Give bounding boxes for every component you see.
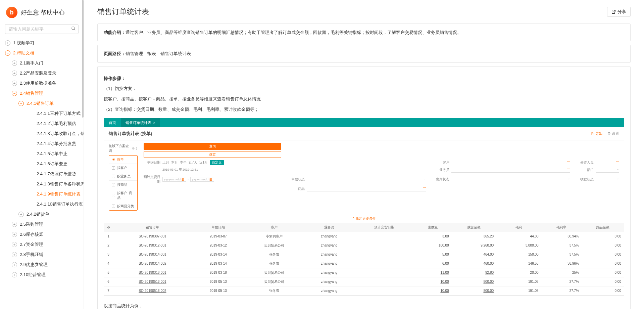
- nav-item[interactable]: +2.1新手入门: [3, 58, 80, 68]
- minus-icon: −: [18, 101, 24, 106]
- nav-item[interactable]: +2.7资金管理: [3, 239, 80, 250]
- ss-tab-home: 首页: [104, 118, 121, 127]
- path-label: 页面路径：: [104, 51, 126, 56]
- cell: 0.00: [582, 286, 624, 295]
- table-row: 5SO-20190318-0012019-03-18贝贝贸易公司zhangyan…: [104, 268, 624, 277]
- filter-out: 出库状态: [433, 177, 449, 182]
- cell: 800.00: [452, 286, 497, 295]
- nav-item[interactable]: −2.4.1销售订单: [3, 98, 80, 108]
- query-button: 查询: [144, 143, 281, 150]
- cell: SO-20190312-001: [113, 241, 192, 250]
- nav-item[interactable]: +1.视频学习: [3, 38, 80, 48]
- scheme-item: ◉按单: [109, 156, 137, 164]
- plus-icon: +: [12, 272, 17, 277]
- sidebar-scrollbar[interactable]: [82, 0, 84, 309]
- cell: 小笨狗客户: [244, 232, 304, 241]
- nav-item[interactable]: +2.4.2销货单: [3, 209, 80, 219]
- col-header: 赠品金额: [582, 223, 624, 232]
- nav-item[interactable]: 2.4.1.7依照订单进货: [3, 169, 80, 179]
- col-header: 毛利: [496, 223, 541, 232]
- search-input[interactable]: [5, 24, 79, 34]
- setting-link: ⚙ 设置: [607, 131, 619, 136]
- cell: 张冬雪: [244, 286, 304, 295]
- svg-line-1: [74, 29, 76, 31]
- nav-item[interactable]: +2.2产品安装及登录: [3, 68, 80, 78]
- filter-prod: 商品: [288, 186, 305, 191]
- brand-text: 好生意 帮助中心: [21, 8, 65, 16]
- cell: 0.00: [582, 250, 624, 259]
- date-chip: 自定义: [210, 160, 224, 165]
- share-button[interactable]: 分享: [607, 7, 631, 17]
- cell: 800.00: [452, 277, 497, 286]
- nav-item[interactable]: +2.3使用前数据准备: [3, 78, 80, 88]
- nav-item[interactable]: +2.6库存核算: [3, 229, 80, 239]
- date-chip: 上月: [162, 160, 169, 165]
- cell: 9,260.00: [452, 241, 497, 250]
- intro-panel: 功能介绍：通过客户、业务员、商品等维度查询销售订单的明细汇总情况；有助于管理者了…: [97, 24, 631, 41]
- cell: 44.80: [496, 232, 541, 241]
- cell: SO-20190513-002: [113, 286, 192, 295]
- cell: zhangyang: [304, 268, 354, 277]
- cell: 27.7%: [541, 277, 582, 286]
- nav-label: 2.4.1.3订单收取订金，销货单: [37, 131, 84, 137]
- cust-input: ⋯: [451, 160, 570, 165]
- table-row: 2SO-20190312-0012019-03-12贝贝贸易公司zhangyan…: [104, 241, 624, 250]
- main-content: 销售订单统计表 分享 功能介绍：通过客户、业务员、商品等维度查询销售订单的明细汇…: [84, 0, 644, 309]
- scheme-item: ○按业务员: [109, 172, 137, 181]
- brand-row: b 好生意 帮助中心: [3, 5, 80, 24]
- nav-item[interactable]: 2.4.1.6订单变更: [3, 159, 80, 169]
- nav-item[interactable]: 2.4.1.2订单毛利预估: [3, 119, 80, 129]
- nav-item[interactable]: 2.4.1.5订单中止: [3, 149, 80, 159]
- nav-item[interactable]: 2.4.1.4订单分批发货: [3, 139, 80, 149]
- share-label: 分享: [617, 9, 626, 15]
- filter-pay: 收款状态: [577, 177, 594, 182]
- date-range: 2019-03-01 至 2019-12-31: [162, 168, 198, 172]
- nav-item[interactable]: +2.9优惠券管理: [3, 260, 80, 270]
- nav-item[interactable]: 2.4.1.10销售订单执行表: [3, 199, 80, 209]
- nav-label: 2.4.1.5订单中止: [37, 151, 67, 157]
- scheme-icon: ○: [112, 205, 115, 208]
- nav-label: 2.7资金管理: [20, 241, 43, 248]
- out-input: ⌄: [451, 177, 570, 182]
- nav-label: 2.4.2销货单: [27, 211, 49, 217]
- scheme-box: ◉按单○按客户○按业务员○按商品○按客户+商品○按商品分类: [109, 155, 138, 211]
- collapse-row: ⌃ 收起更多条件: [104, 214, 624, 223]
- steps-label: 操作步骤：: [104, 76, 126, 81]
- search-icon[interactable]: [71, 26, 76, 32]
- collapse-icon: ⟪: [136, 146, 138, 150]
- col-header: 单据日期: [192, 223, 244, 232]
- nav-item[interactable]: −2.4销售管理: [3, 88, 80, 98]
- page-title: 销售订单统计表: [97, 7, 149, 17]
- nav-item[interactable]: +2.5采购管理: [3, 219, 80, 229]
- cell: [354, 241, 414, 250]
- search-wrap: [5, 24, 79, 34]
- filter-status: 单据状态: [288, 177, 305, 182]
- scheme-item: ○按商品: [109, 181, 137, 189]
- dept-input: ⌄: [596, 167, 619, 173]
- cell: 10.00: [414, 277, 452, 286]
- cell: 3.00: [414, 232, 452, 241]
- cell: 贝贝贸易公司: [244, 241, 304, 250]
- cell: 30.94%: [541, 232, 582, 241]
- cell: zhangyang: [304, 277, 354, 286]
- nav-item[interactable]: 2.4.1.1三种下订单方式: [3, 108, 80, 119]
- col-header: 预计交货日期: [354, 223, 414, 232]
- scheme-icon: ○: [112, 175, 115, 178]
- scheme-item: ○按商品分类: [109, 202, 137, 210]
- col-header: ⚙: [104, 223, 113, 232]
- intro-text: 通过客户、业务员、商品等维度查询销售订单的明细汇总情况；有助于管理者了解订单成交…: [126, 30, 461, 35]
- nav-item[interactable]: +2.8手机旺铺: [3, 250, 80, 260]
- cell: 25%: [541, 268, 582, 277]
- nav-item[interactable]: 2.4.1.9销售订单统计表: [3, 189, 80, 199]
- cell: 0.00: [582, 232, 624, 241]
- nav-item[interactable]: −2.帮助文档: [3, 48, 80, 58]
- cell: 2019-05-13: [192, 286, 244, 295]
- nav-item[interactable]: +2.10经营管理: [3, 270, 80, 280]
- path-panel: 页面路径：销售管理—报表—销售订单统计表: [97, 45, 631, 62]
- plus-icon: +: [12, 242, 17, 247]
- nav-item[interactable]: 2.4.1.8销售订单各种状态: [3, 179, 80, 189]
- nav-label: 2.4销售管理: [20, 90, 43, 96]
- cell: 20.00: [496, 268, 541, 277]
- close-icon: ×: [152, 121, 155, 125]
- nav-item[interactable]: 2.4.1.3订单收取订金，销货单: [3, 129, 80, 139]
